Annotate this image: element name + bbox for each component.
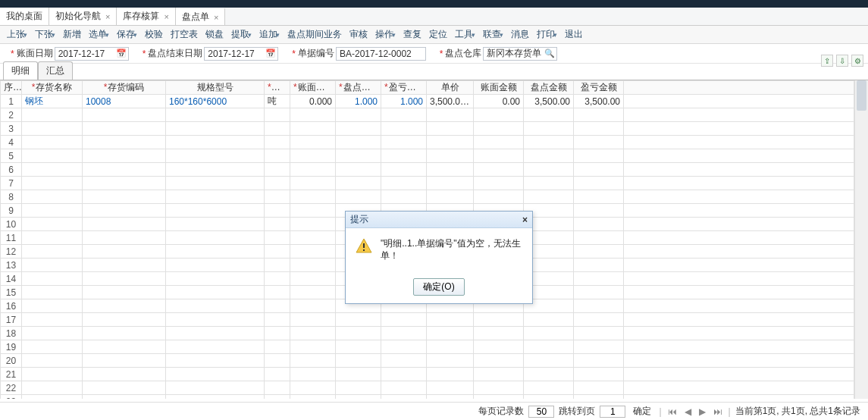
close-icon[interactable]: × <box>164 12 168 21</box>
append-button[interactable]: 追加▾ <box>257 28 282 41</box>
cell-diff-qty[interactable]: 1.000 <box>381 95 427 108</box>
dialog-header[interactable]: 提示 × <box>346 212 532 228</box>
cell-book-qty[interactable]: 0.000 <box>290 95 336 108</box>
col-code[interactable]: *存货编码 <box>83 81 166 95</box>
next-page-icon[interactable]: ▶ <box>697 406 707 417</box>
export-icon[interactable]: ⇪ <box>821 55 833 67</box>
separator: | <box>659 406 661 417</box>
first-page-icon[interactable]: ⏮ <box>666 406 678 417</box>
prev-button[interactable]: 上张▾ <box>5 28 30 41</box>
required-marker: * <box>292 49 296 59</box>
doc-tab-inventory[interactable]: 库存核算 × <box>117 8 175 25</box>
lock-button[interactable]: 锁盘 <box>203 28 226 41</box>
calendar-icon[interactable]: 📅 <box>265 49 276 58</box>
extract-button[interactable]: 提取▾ <box>229 28 254 41</box>
col-unit[interactable]: *计量 <box>265 81 290 95</box>
cell-unit[interactable]: 吨 <box>265 95 290 108</box>
cell-count-qty[interactable]: 1.000 <box>336 95 381 108</box>
sub-tab-detail[interactable]: 明细 <box>3 61 38 80</box>
doc-no-input[interactable]: BA-2017-12-0002 <box>336 47 426 61</box>
cell-code[interactable]: 10008 <box>83 95 166 108</box>
cell-name[interactable]: 钢坯 <box>22 95 83 108</box>
doc-tab-count[interactable]: 盘点单 × <box>176 8 225 25</box>
print-button[interactable]: 打印▾ <box>534 28 559 41</box>
col-book-amt[interactable]: 账面金额 <box>474 81 524 95</box>
table-row[interactable]: 8 <box>1 190 854 204</box>
next-button[interactable]: 下张▾ <box>33 28 58 41</box>
calendar-icon[interactable]: 📅 <box>116 49 127 58</box>
col-book-qty[interactable]: *账面数量 <box>290 81 336 95</box>
table-row[interactable]: 21 <box>1 368 854 381</box>
review-button[interactable]: 查复 <box>401 28 424 41</box>
table-row[interactable]: 20 <box>1 354 854 368</box>
warehouse-input[interactable]: 新冈本存货单 🔍 <box>483 47 557 61</box>
cell-price[interactable]: 3,500.000 <box>427 95 474 108</box>
select-button[interactable]: 选单▾ <box>86 28 111 41</box>
table-row[interactable]: 22 <box>1 381 854 395</box>
col-extra <box>624 81 854 95</box>
locate-button[interactable]: 定位 <box>427 28 450 41</box>
table-row[interactable]: 17 <box>1 313 854 327</box>
table-row[interactable]: 7 <box>1 177 854 190</box>
add-button[interactable]: 新增 <box>61 28 83 41</box>
close-icon[interactable]: × <box>214 13 218 22</box>
cell-seq: 17 <box>1 313 22 327</box>
cell-diff-amt[interactable]: 3,500.00 <box>574 95 624 108</box>
audit-button[interactable]: 审核 <box>347 28 370 41</box>
search-icon[interactable]: 🔍 <box>544 49 555 58</box>
jump-input[interactable] <box>600 406 625 418</box>
table-row[interactable]: 6 <box>1 163 854 177</box>
table-row[interactable]: 2 <box>1 108 854 122</box>
last-page-icon[interactable]: ⏭ <box>712 406 724 417</box>
pager-confirm-button[interactable]: 确定 <box>630 405 654 418</box>
required-marker: * <box>143 49 146 59</box>
close-icon[interactable]: × <box>105 12 110 21</box>
warehouse-field: * 盘点仓库 新冈本存货单 🔍 <box>440 47 558 61</box>
sub-tab-summary[interactable]: 汇总 <box>38 61 73 80</box>
close-icon[interactable]: × <box>522 215 528 225</box>
table-row[interactable]: 5 <box>1 149 854 163</box>
tool-button[interactable]: 工具▾ <box>453 28 478 41</box>
col-price[interactable]: 单价 <box>427 81 474 95</box>
cell-seq: 18 <box>1 327 22 340</box>
doc-tab-init[interactable]: 初始化导航 × <box>49 8 117 25</box>
table-row[interactable]: 3 <box>1 122 854 136</box>
cell-book-amt[interactable]: 0.00 <box>474 95 524 108</box>
exit-button[interactable]: 退出 <box>562 28 585 41</box>
link-button[interactable]: 联查▾ <box>481 28 506 41</box>
cell-seq: 15 <box>1 286 22 299</box>
period-button[interactable]: 盘点期间业务 <box>285 28 344 41</box>
col-diff-qty[interactable]: *盈亏数量 <box>381 81 427 95</box>
col-count-qty[interactable]: *盘点数量 <box>336 81 381 95</box>
vertical-scrollbar[interactable] <box>854 80 868 399</box>
doc-no-label: 单据编号 <box>298 47 334 60</box>
cell-count-amt[interactable]: 3,500.00 <box>524 95 574 108</box>
blank-button[interactable]: 打空表 <box>168 28 200 41</box>
scrollbar-thumb[interactable] <box>857 80 866 111</box>
book-date-input[interactable]: 2017-12-17 📅 <box>55 47 129 61</box>
cell-seq: 19 <box>1 340 22 354</box>
table-row[interactable]: 18 <box>1 327 854 340</box>
table-row[interactable]: 19 <box>1 340 854 354</box>
import-icon[interactable]: ⇩ <box>836 55 848 67</box>
settings-icon[interactable]: ⚙ <box>851 55 863 67</box>
save-button[interactable]: 保存▾ <box>114 28 139 41</box>
dialog-ok-button[interactable]: 确定(O) <box>413 278 464 296</box>
required-marker: * <box>440 49 443 59</box>
table-row[interactable]: 4 <box>1 136 854 149</box>
end-date-input[interactable]: 2017-12-17 📅 <box>204 47 278 61</box>
table-row[interactable]: 23 <box>1 395 854 400</box>
col-diff-amt[interactable]: 盈亏金额 <box>574 81 624 95</box>
operate-button[interactable]: 操作▾ <box>373 28 398 41</box>
prev-page-icon[interactable]: ◀ <box>683 406 693 417</box>
table-row[interactable]: 1钢坯10008160*160*6000吨0.0001.0001.0003,50… <box>1 95 854 108</box>
col-count-amt[interactable]: 盘点金额 <box>524 81 574 95</box>
cell-spec[interactable]: 160*160*6000 <box>166 95 265 108</box>
col-seq[interactable]: 序号 <box>1 81 22 95</box>
col-spec[interactable]: 规格型号 <box>166 81 265 95</box>
col-name[interactable]: *存货名称 <box>22 81 83 95</box>
per-page-input[interactable] <box>528 406 554 418</box>
message-button[interactable]: 消息 <box>509 28 531 41</box>
doc-tab-desktop[interactable]: 我的桌面 <box>0 8 49 25</box>
check-button[interactable]: 校验 <box>143 28 165 41</box>
